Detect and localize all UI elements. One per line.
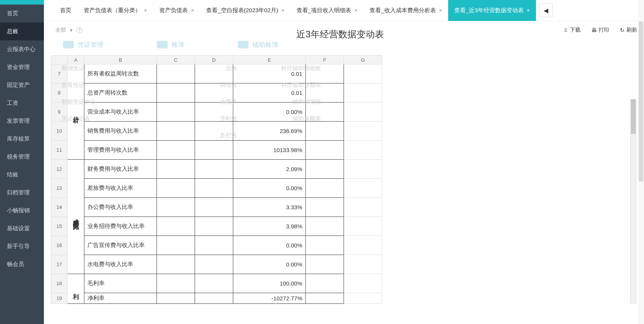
row-header[interactable]: 14 (51, 198, 68, 217)
cell[interactable] (306, 122, 344, 141)
value-cell[interactable]: 3.33% (233, 198, 306, 217)
cell[interactable] (195, 198, 233, 217)
cell[interactable] (195, 83, 233, 103)
sidebar-item-closing[interactable]: 结账 (0, 166, 44, 184)
category-cell[interactable]: 分析 (68, 64, 84, 160)
sidebar-item-invoice[interactable]: 发票管理 (0, 112, 44, 130)
cell[interactable] (157, 83, 195, 103)
row-header[interactable]: 9 (51, 103, 68, 122)
row-header[interactable]: 18 (51, 274, 68, 293)
row-header[interactable]: 11 (51, 141, 68, 160)
cell[interactable] (195, 217, 233, 236)
cell[interactable] (157, 103, 195, 122)
cell[interactable] (306, 179, 344, 198)
sidebar-item-expense[interactable]: 小畅报销 (0, 202, 44, 220)
cell[interactable] (344, 83, 382, 103)
col-corner[interactable] (51, 55, 68, 64)
row-header[interactable]: 12 (51, 160, 68, 179)
metric-name-cell[interactable]: 总资产周转次数 (84, 83, 157, 103)
category-cell[interactable]: 成本费用收入比 (68, 160, 84, 274)
cell[interactable] (195, 179, 233, 198)
cell[interactable] (157, 64, 195, 83)
col-header-c[interactable]: C (157, 55, 195, 64)
sidebar-item-guide[interactable]: 新手引导 (0, 237, 44, 255)
cell[interactable] (306, 160, 344, 179)
sidebar-item-salary[interactable]: 工资 (0, 94, 44, 112)
cell[interactable] (306, 293, 344, 304)
cell[interactable] (195, 103, 233, 122)
close-icon[interactable]: × (191, 7, 194, 13)
cell[interactable] (306, 141, 344, 160)
sidebar-item-fixed-assets[interactable]: 固定资产 (0, 76, 44, 94)
row-header[interactable]: 15 (51, 217, 68, 236)
tab-3year-data[interactable]: 查看_近3年经营数据变动表× (448, 0, 536, 21)
cell[interactable] (306, 64, 344, 83)
cell[interactable] (195, 64, 233, 83)
sidebar-item-home[interactable]: 首页 (0, 5, 44, 22)
row-header[interactable]: 7 (51, 64, 68, 83)
metric-name-cell[interactable]: 财务费用与收入比率 (84, 160, 157, 179)
cell[interactable] (306, 274, 344, 293)
metric-name-cell[interactable]: 业务招待费与收入比率 (84, 217, 157, 236)
refresh-button[interactable]: ↻刷新 (620, 27, 637, 34)
sidebar-item-inventory[interactable]: 库存核算 (0, 130, 44, 148)
value-cell[interactable]: 10133.98% (233, 141, 306, 160)
metric-name-cell[interactable]: 管理费用与收入比率 (84, 141, 157, 160)
cell[interactable] (344, 64, 382, 83)
cell[interactable] (344, 293, 382, 304)
help-icon[interactable]: ? (76, 27, 82, 33)
sidebar-item-ledger[interactable]: 总账 (0, 22, 44, 40)
sidebar-item-member[interactable]: 畅会员 (0, 255, 44, 273)
metric-name-cell[interactable]: 办公费与收入比率 (84, 198, 157, 217)
cell[interactable] (344, 255, 382, 274)
metric-name-cell[interactable]: 毛利率 (84, 274, 157, 293)
filter-all-label[interactable]: 全部 (55, 27, 66, 34)
tab-income-cost[interactable]: 查看_收入成本费用分析表× (363, 0, 448, 21)
row-header[interactable]: 8 (51, 83, 68, 103)
sheet-vertical-scrollbar[interactable]: ▲ (630, 99, 636, 304)
cell[interactable] (344, 103, 382, 122)
close-icon[interactable]: × (144, 7, 147, 13)
metric-name-cell[interactable]: 销售费用与收入比率 (84, 122, 157, 141)
tab-project-income[interactable]: 查看_项目收入明细表× (291, 0, 364, 21)
row-header[interactable]: 16 (51, 236, 68, 255)
scroll-thumb[interactable] (631, 99, 636, 134)
print-button[interactable]: 🖶打印 (591, 27, 609, 34)
cell[interactable] (157, 122, 195, 141)
row-header[interactable]: 13 (51, 179, 68, 198)
tab-home[interactable]: 首页 (54, 0, 77, 21)
cell[interactable] (195, 122, 233, 141)
sidebar-item-basic-settings[interactable]: 基础设置 (0, 220, 44, 237)
cell[interactable] (306, 198, 344, 217)
value-cell[interactable]: 0.01 (233, 83, 306, 103)
cell[interactable] (306, 255, 344, 274)
tab-balance[interactable]: 资产负债表× (153, 0, 200, 21)
category-cell[interactable]: 利 (68, 274, 84, 304)
sidebar-item-archive[interactable]: 归档管理 (0, 184, 44, 202)
metric-name-cell[interactable]: 水电费与收入比率 (84, 255, 157, 274)
page-vertical-scrollbar[interactable] (638, 0, 644, 324)
scroll-thumb[interactable] (639, 21, 643, 181)
close-icon[interactable]: × (354, 7, 357, 13)
tab-blank-report[interactable]: 查看_空白报表(2023年02月)× (200, 0, 291, 21)
chevron-down-icon[interactable]: ▾ (70, 27, 73, 33)
col-header-a[interactable]: A (68, 55, 84, 64)
close-icon[interactable]: × (439, 7, 442, 13)
cell[interactable] (344, 122, 382, 141)
metric-name-cell[interactable]: 净利率 (84, 293, 157, 304)
value-cell[interactable]: 0.00% (233, 236, 306, 255)
cell[interactable] (157, 217, 195, 236)
cell[interactable] (195, 274, 233, 293)
cell[interactable] (157, 179, 195, 198)
col-header-d[interactable]: D (195, 55, 233, 64)
metric-name-cell[interactable]: 营业成本与收入比率 (84, 103, 157, 122)
metric-name-cell[interactable]: 广告宣传费与收入比率 (84, 236, 157, 255)
metric-name-cell[interactable]: 差旅费与收入比率 (84, 179, 157, 198)
value-cell[interactable]: 236.69% (233, 122, 306, 141)
value-cell[interactable]: 0.00% (233, 255, 306, 274)
cell[interactable] (306, 217, 344, 236)
cell[interactable] (344, 141, 382, 160)
cell[interactable] (195, 255, 233, 274)
col-header-g[interactable]: G (344, 55, 382, 64)
sidebar-item-tax[interactable]: 税务管理 (0, 148, 44, 166)
